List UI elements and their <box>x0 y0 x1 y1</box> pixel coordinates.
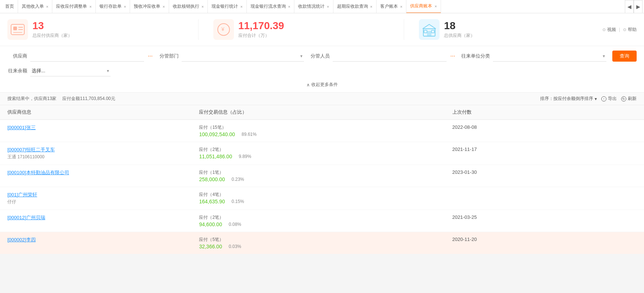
lastpay-cell-007: 2021-11-17 <box>445 146 575 152</box>
category-select-wrap: ▾ <box>493 51 607 62</box>
lastpay-cell-100: 2023-01-30 <box>445 169 575 175</box>
help-link[interactable]: 帮助 <box>628 27 637 33</box>
trans-percent-100: 0.23% <box>231 177 244 182</box>
svg-text:¥: ¥ <box>221 26 224 32</box>
supplier-cell-100: [000100]本特勤油品有限公司 <box>7 169 192 176</box>
refresh-label: 刷新 <box>628 96 637 102</box>
filter-category-label: 往来单位分类 <box>461 53 490 59</box>
nav-tab-other-income[interactable]: 其他收入单 × <box>18 0 52 13</box>
transaction-cell-100: 应付（1笔） 258,000.00 0.23% <box>192 169 445 182</box>
stat-number-payable-suppliers: 13 <box>32 21 72 31</box>
nav-tab-customer-account[interactable]: 客户账本 × <box>377 0 406 13</box>
stats-header: 13 总应付供应商（家） ¥ 11,170.39 应付合计（万） <box>0 13 644 46</box>
close-tab-bank-deposit[interactable]: × <box>124 4 126 9</box>
filter-supplier: 供应商 ··· <box>7 51 153 62</box>
table-row: [001]广州荣轩 仔仔 应付（4笔） 164,635.90 0.15% <box>0 187 644 210</box>
sort-button[interactable]: 排序：按应付余额倒序排序 ▾ <box>540 96 597 102</box>
nav-tab-bank-deposit[interactable]: 银行存款单 × <box>96 0 130 13</box>
close-tab-cash-bank-stat[interactable]: × <box>240 4 242 9</box>
supplier-link-002[interactable]: [000002]李四 <box>7 237 36 242</box>
result-count: 搜索结果中，供应商13家 <box>7 96 56 102</box>
person-dots[interactable]: ··· <box>450 53 455 59</box>
nav-tab-supplier-account[interactable]: 供应商账本 × <box>406 0 441 13</box>
trans-label-001: 应付（15笔） <box>199 124 445 131</box>
nav-prev-button[interactable]: ◀ <box>625 0 634 13</box>
trans-amount-007[interactable]: 11,051,486.00 <box>199 154 232 159</box>
col-header-transaction: 应付交易信息（占比） <box>192 109 445 116</box>
close-tab-customer-account[interactable]: × <box>400 4 402 9</box>
filter-dept: 分管部门 ▾ <box>159 51 304 62</box>
nav-tab-ap-adjust[interactable]: 应收应付调整单 × <box>52 0 95 13</box>
close-tab-receipt-stat[interactable]: × <box>327 4 329 9</box>
nav-tab-home[interactable]: 首页 <box>1 0 18 13</box>
filter-category: 往来单位分类 ▾ <box>461 51 607 62</box>
filter-person: 分管人员 ··· <box>310 51 455 62</box>
refresh-icon: ↻ <box>621 96 626 101</box>
result-amount: 应付金额111,703,854.00元 <box>62 96 115 102</box>
top-navigation: 首页 其他收入单 × 应收应付调整单 × 银行存款单 × 预收冲应收单 × 收款… <box>0 0 644 13</box>
stat-label-payable-suppliers: 总应付供应商（家） <box>32 32 72 39</box>
trans-label-001g: 应付（4笔） <box>199 192 445 198</box>
trans-percent-001g: 0.15% <box>231 199 244 204</box>
nav-tab-cash-bank-flow[interactable]: 现金银行流水查询 × <box>247 0 294 13</box>
supplier-link-001g[interactable]: [001]广州荣轩 <box>7 192 37 197</box>
video-link[interactable]: 视频 <box>607 27 616 33</box>
dept-select[interactable] <box>182 51 304 62</box>
close-tab-receipt-verify[interactable]: × <box>202 4 204 9</box>
svg-rect-9 <box>419 19 440 40</box>
supplier-link-012[interactable]: [000012]广州贝瑞 <box>7 215 45 220</box>
nav-tab-overdue-ap[interactable]: 超期应收款查询 × <box>333 0 377 13</box>
stat-number-total-suppliers: 18 <box>444 21 475 31</box>
transaction-cell-002: 应付（5笔） 32,366.00 0.03% <box>192 237 445 249</box>
trans-amount-100[interactable]: 258,000.00 <box>199 176 225 182</box>
nav-next-button[interactable]: ▶ <box>634 0 643 13</box>
close-tab-overdue-ap[interactable]: × <box>370 4 372 9</box>
col-header-supplier: 供应商信息 <box>7 109 192 116</box>
supplier-link-001[interactable]: [000001]张三 <box>7 125 36 130</box>
collapse-icon: ∧ <box>307 82 310 87</box>
stat-block-total-suppliers: 18 总供应商（家） <box>404 19 602 40</box>
balance-select[interactable]: 选择... <box>30 65 111 76</box>
close-tab-supplier-account[interactable]: × <box>434 4 437 8</box>
trans-amount-001[interactable]: 100,092,540.00 <box>199 131 235 137</box>
close-tab-cash-bank-flow[interactable]: × <box>288 4 290 9</box>
supplier-link-007[interactable]: [000007]恒旺二手叉车 <box>7 147 55 152</box>
nav-tab-receipt-stat[interactable]: 收款情况统计 × <box>294 0 333 13</box>
stat-block-ap-total: ¥ 11,170.39 应付合计（万） <box>198 19 397 40</box>
filter-balance: 往来余额 选择... ▾ <box>7 65 111 76</box>
nav-tab-receipt-verify[interactable]: 收款核销执行 × <box>169 0 208 13</box>
refresh-button[interactable]: ↻ 刷新 <box>621 96 637 102</box>
export-button[interactable]: ↑ 导出 <box>601 96 617 102</box>
table-row: [000002]李四 应付（5笔） 32,366.00 0.03% 2020-1… <box>0 232 644 254</box>
close-tab-other-income[interactable]: × <box>46 4 48 9</box>
close-tab-advance-receipt[interactable]: × <box>162 4 165 9</box>
lastpay-cell-012: 2021-03-25 <box>445 214 575 220</box>
table-row: [000012]广州贝瑞 应付（2笔） 94,600.00 0.08% 2021… <box>0 210 644 232</box>
close-tab-ap-adjust[interactable]: × <box>89 4 91 9</box>
lastpay-cell-002: 2020-11-20 <box>445 237 575 242</box>
svg-rect-11 <box>427 31 431 36</box>
category-select[interactable] <box>493 51 607 62</box>
trans-amount-012[interactable]: 94,600.00 <box>199 221 222 227</box>
supplier-payable-icon <box>7 19 28 40</box>
nav-tab-cash-bank-stat[interactable]: 现金银行统计 × <box>208 0 246 13</box>
supplier-link-100[interactable]: [000100]本特勤油品有限公司 <box>7 170 69 175</box>
svg-rect-2 <box>13 27 17 30</box>
trans-label-002: 应付（5笔） <box>199 237 445 243</box>
export-icon: ↑ <box>601 96 606 101</box>
supplier-dots[interactable]: ··· <box>148 53 153 59</box>
trans-amount-001g[interactable]: 164,635.90 <box>199 199 225 204</box>
supplier-input[interactable] <box>30 51 144 62</box>
filter-balance-label: 往来余额 <box>7 68 27 74</box>
collapse-button[interactable]: ∧ 收起更多条件 <box>7 80 637 89</box>
query-button[interactable]: 查询 <box>612 51 637 62</box>
nav-tab-advance-receipt[interactable]: 预收冲应收单 × <box>130 0 169 13</box>
person-input[interactable] <box>333 51 447 62</box>
supplier-cell-001g: [001]广州荣轩 仔仔 <box>7 192 192 205</box>
trans-amount-002[interactable]: 32,366.00 <box>199 244 222 249</box>
trans-label-100: 应付（1笔） <box>199 169 445 176</box>
lastpay-date-012: 2021-03-25 <box>452 214 477 220</box>
supplier-cell-007: [000007]恒旺二手叉车 王通 17106110000 <box>7 146 192 160</box>
sort-label: 排序：按应付余额倒序排序 <box>540 96 593 102</box>
transaction-cell-001g: 应付（4笔） 164,635.90 0.15% <box>192 192 445 204</box>
